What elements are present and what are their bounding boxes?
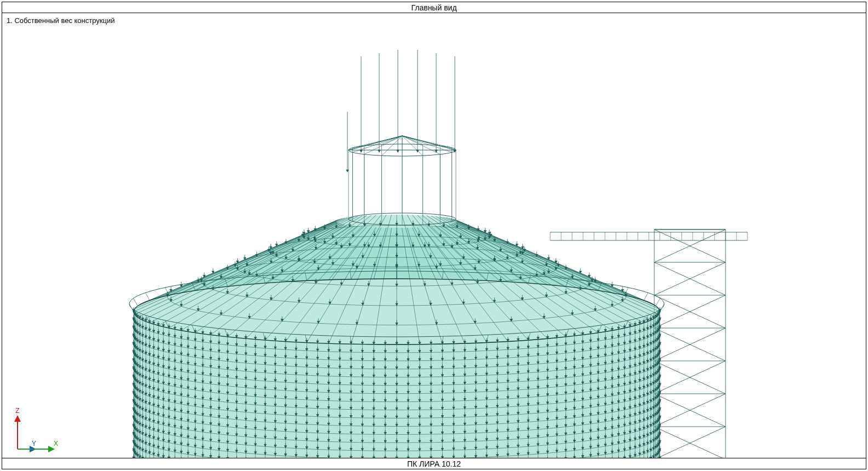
svg-marker-70 [508, 341, 518, 458]
svg-marker-77 [431, 344, 443, 458]
svg-marker-51 [648, 320, 651, 458]
svg-marker-50 [651, 319, 654, 458]
svg-marker-92 [265, 340, 275, 458]
svg-marker-69 [518, 340, 528, 458]
main-frame: Главный вид 1. Собственный вес конструкц… [2, 2, 866, 469]
svg-marker-49 [654, 317, 656, 458]
svg-line-354 [145, 292, 150, 300]
software-footer: ПК ЛИРА 10.12 [2, 458, 866, 469]
svg-marker-78 [420, 344, 431, 458]
svg-marker-97 [219, 336, 228, 458]
svg-line-368 [644, 292, 648, 300]
svg-marker-86 [329, 343, 340, 458]
svg-marker-76 [442, 344, 454, 458]
cupola [349, 136, 456, 225]
svg-marker-67 [538, 338, 547, 458]
svg-marker-84 [351, 344, 363, 458]
svg-marker-61 [591, 333, 598, 458]
svg-marker-64 [566, 336, 575, 458]
svg-marker-75 [454, 343, 465, 458]
svg-marker-65 [557, 337, 566, 458]
axis-y-label: Y [32, 440, 36, 447]
svg-marker-82 [374, 344, 385, 458]
svg-line-23 [654, 427, 726, 458]
svg-marker-112 [138, 317, 140, 458]
svg-marker-79 [408, 344, 420, 458]
model-canvas[interactable] [2, 13, 866, 458]
view-title: Главный вид [411, 3, 456, 12]
model-viewport[interactable]: 1. Собственный вес конструкций [2, 13, 866, 458]
svg-line-369 [656, 298, 660, 306]
svg-marker-81 [385, 344, 397, 458]
software-label: ПК ЛИРА 10.12 [407, 459, 461, 468]
axis-x-label: X [54, 440, 58, 447]
svg-marker-110 [142, 320, 146, 458]
svg-marker-66 [547, 338, 557, 458]
svg-marker-111 [140, 319, 142, 458]
svg-marker-94 [246, 338, 255, 458]
view-title-bar: Главный вид [2, 2, 866, 13]
svg-line-353 [133, 298, 138, 306]
svg-marker-100 [195, 333, 203, 458]
svg-marker-91 [275, 341, 285, 458]
svg-marker-68 [528, 340, 538, 458]
svg-marker-80 [397, 344, 408, 458]
svg-marker-96 [227, 337, 236, 458]
axis-gizmo[interactable]: Z Y X [11, 406, 60, 456]
svg-marker-83 [362, 344, 374, 458]
svg-marker-95 [237, 338, 246, 458]
svg-line-22 [654, 427, 726, 458]
axis-z-label: Z [15, 407, 19, 415]
svg-marker-85 [340, 344, 351, 458]
svg-line-404 [402, 136, 452, 148]
svg-marker-93 [255, 340, 265, 458]
